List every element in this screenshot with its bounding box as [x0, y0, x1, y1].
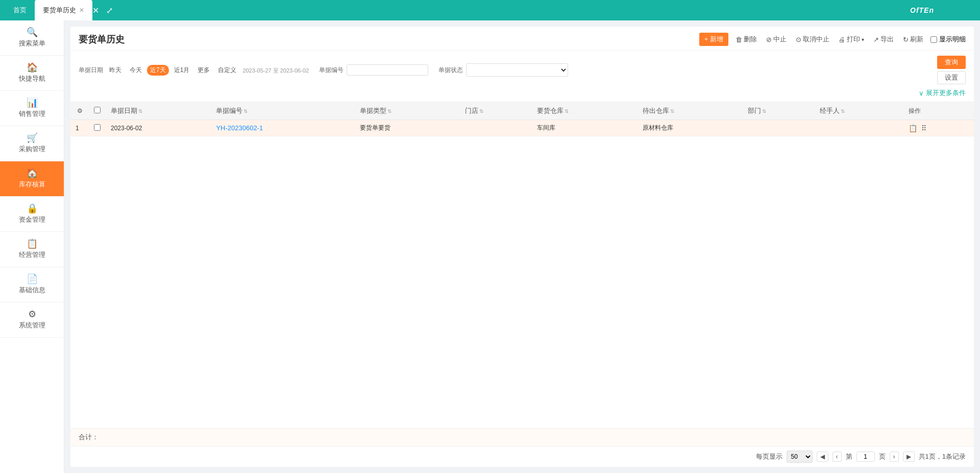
cell-handler — [815, 120, 903, 136]
page-card: 要货单历史 + 新增 🗑 删除 ⊘ 中止 ⊙ 取消中止 — [70, 27, 974, 467]
date-btn-today[interactable]: 今天 — [127, 65, 145, 76]
export-button[interactable]: ↗ 导出 — [871, 34, 896, 45]
sort-store-icon: ⇅ — [479, 108, 483, 114]
print-label: 打印 — [847, 35, 860, 44]
select-all-checkbox[interactable] — [94, 107, 101, 113]
new-button[interactable]: + 新增 — [699, 33, 728, 46]
home-icon: 🏠 — [27, 63, 38, 72]
sort-date-icon: ⇅ — [138, 108, 142, 114]
inventory-icon: 🏠 — [27, 169, 38, 178]
col-no[interactable]: 单据编号⇅ — [211, 102, 354, 120]
col-dept[interactable]: 部门⇅ — [743, 102, 815, 120]
print-button[interactable]: 🖨 打印 ▾ — [837, 34, 866, 45]
cell-index: 1 — [70, 120, 89, 136]
sidebar-item-quicknav[interactable]: 🏠 快捷导航 — [0, 56, 64, 91]
col-handler[interactable]: 经手人⇅ — [815, 102, 903, 120]
col-settings[interactable]: ⚙ — [70, 102, 89, 120]
refresh-button[interactable]: ↻ 刷新 — [901, 34, 925, 45]
table-area: ⚙ 单据日期⇅ 单据编号⇅ 单据类型⇅ 门店⇅ 要货仓库⇅ 待出仓库⇅ 部门⇅ … — [70, 102, 974, 428]
date-btn-custom[interactable]: 自定义 — [215, 65, 239, 76]
more-icon[interactable]: ⠿ — [921, 124, 926, 132]
purchase-icon: 🛒 — [27, 133, 38, 143]
sidebar-item-basic[interactable]: 📄 基础信息 — [0, 267, 64, 302]
display-detail-checkbox[interactable] — [930, 36, 937, 43]
sort-no-icon: ⇅ — [243, 108, 248, 114]
expand-filter-button[interactable]: ∨ 展开更多条件 — [919, 88, 966, 98]
data-table: ⚙ 单据日期⇅ 单据编号⇅ 单据类型⇅ 门店⇅ 要货仓库⇅ 待出仓库⇅ 部门⇅ … — [70, 102, 974, 136]
operations-icon: 📋 — [27, 239, 38, 248]
date-btn-yesterday[interactable]: 昨天 — [106, 65, 125, 76]
per-page-select[interactable]: 50 100 — [787, 451, 813, 463]
col-date[interactable]: 单据日期⇅ — [106, 102, 211, 120]
date-btn-7days[interactable]: 近7天 — [147, 65, 169, 76]
filter-docno-group: 单据编号 — [319, 64, 428, 76]
top-right-icons: ✕ ⤢ — [92, 6, 113, 15]
col-store[interactable]: 门店⇅ — [460, 102, 532, 120]
search-icon: 🔍 — [27, 28, 38, 37]
sales-icon: 📊 — [27, 98, 38, 107]
filter-status-group: 单据状态 — [438, 63, 568, 77]
filter-row-2: ∨ 展开更多条件 — [79, 88, 966, 98]
main-layout: 🔍 搜索菜单 🏠 快捷导航 📊 销售管理 🛒 采购管理 🏠 库存核算 🔒 资金管… — [0, 20, 980, 473]
basic-icon: 📄 — [27, 274, 38, 283]
page-input[interactable] — [856, 452, 875, 462]
date-btn-1month[interactable]: 近1月 — [171, 65, 193, 76]
display-detail-toggle[interactable]: 显示明细 — [930, 35, 966, 44]
table-body: 1 2023-06-02 YH-20230602-1 要货单要货 车间库 原材料… — [70, 120, 974, 136]
total-label: 合计： — [79, 433, 99, 441]
sidebar-item-operations[interactable]: 📋 经营管理 — [0, 232, 64, 267]
tab-history[interactable]: 要货单历史 ✕ — [35, 0, 92, 20]
status-select[interactable] — [466, 63, 568, 77]
content-area: 要货单历史 + 新增 🗑 删除 ⊘ 中止 ⊙ 取消中止 — [64, 20, 980, 473]
cell-no: YH-20230602-1 — [211, 120, 354, 136]
col-checkbox — [89, 102, 106, 120]
sidebar-item-sales[interactable]: 📊 销售管理 — [0, 91, 64, 126]
system-icon: ⚙ — [28, 310, 36, 319]
sidebar-item-search[interactable]: 🔍 搜索菜单 — [0, 20, 64, 56]
date-btn-more[interactable]: 更多 — [194, 65, 213, 76]
col-type[interactable]: 单据类型⇅ — [355, 102, 460, 120]
stop-label: 中止 — [773, 35, 787, 44]
sidebar-item-system[interactable]: ⚙ 系统管理 — [0, 302, 64, 338]
sidebar-item-purchase[interactable]: 🛒 采购管理 — [0, 126, 64, 161]
next-page-button[interactable]: › — [890, 452, 899, 462]
cancel-stop-button[interactable]: ⊙ 取消中止 — [794, 34, 831, 45]
col-req-warehouse[interactable]: 要货仓库⇅ — [532, 102, 637, 120]
sidebar-item-inventory[interactable]: 🏠 库存核算 — [0, 161, 64, 197]
delete-button[interactable]: 🗑 删除 — [733, 34, 759, 45]
sidebar-item-finance[interactable]: 🔒 资金管理 — [0, 197, 64, 232]
docno-input[interactable] — [347, 64, 428, 76]
resize-window-icon[interactable]: ⤢ — [106, 6, 113, 15]
cell-checkbox — [89, 120, 106, 136]
cell-type: 要货单要货 — [355, 120, 460, 136]
print-chevron-icon: ▾ — [862, 37, 864, 42]
sidebar: 🔍 搜索菜单 🏠 快捷导航 📊 销售管理 🛒 采购管理 🏠 库存核算 🔒 资金管… — [0, 20, 64, 473]
date-filter-label: 单据日期 — [79, 66, 103, 75]
first-page-button[interactable]: ◀ — [817, 452, 828, 462]
sidebar-item-search-label: 搜索菜单 — [19, 39, 45, 48]
sidebar-item-basic-label: 基础信息 — [19, 286, 45, 295]
toolbar: + 新增 🗑 删除 ⊘ 中止 ⊙ 取消中止 🖨 — [699, 33, 966, 46]
tab-close-icon[interactable]: ✕ — [79, 7, 84, 14]
sidebar-item-quicknav-label: 快捷导航 — [19, 74, 45, 83]
sidebar-item-system-label: 系统管理 — [19, 321, 45, 330]
table-row[interactable]: 1 2023-06-02 YH-20230602-1 要货单要货 车间库 原材料… — [70, 120, 974, 136]
refresh-icon: ↻ — [903, 36, 909, 43]
col-pending-warehouse[interactable]: 待出仓库⇅ — [638, 102, 743, 120]
page-header: 要货单历史 + 新增 🗑 删除 ⊘ 中止 ⊙ 取消中止 — [70, 27, 974, 51]
close-window-icon[interactable]: ✕ — [92, 6, 99, 15]
page-title: 要货单历史 — [79, 33, 125, 45]
edit-icon[interactable]: 📋 — [909, 124, 917, 132]
stop-button[interactable]: ⊘ 中止 — [764, 34, 789, 45]
query-button[interactable]: 查询 — [937, 56, 966, 69]
doc-no-link[interactable]: YH-20230602-1 — [216, 124, 263, 132]
last-page-button[interactable]: ▶ — [903, 452, 915, 462]
cancel-stop-label: 取消中止 — [803, 35, 829, 44]
row-checkbox[interactable] — [94, 124, 101, 131]
tab-home[interactable]: 首页 — [5, 0, 35, 20]
refresh-label: 刷新 — [910, 35, 923, 44]
sort-handler-icon: ⇅ — [841, 108, 845, 114]
docno-filter-label: 单据编号 — [319, 66, 344, 75]
prev-page-button[interactable]: ‹ — [832, 452, 842, 462]
settings-button[interactable]: 设置 — [937, 71, 966, 84]
